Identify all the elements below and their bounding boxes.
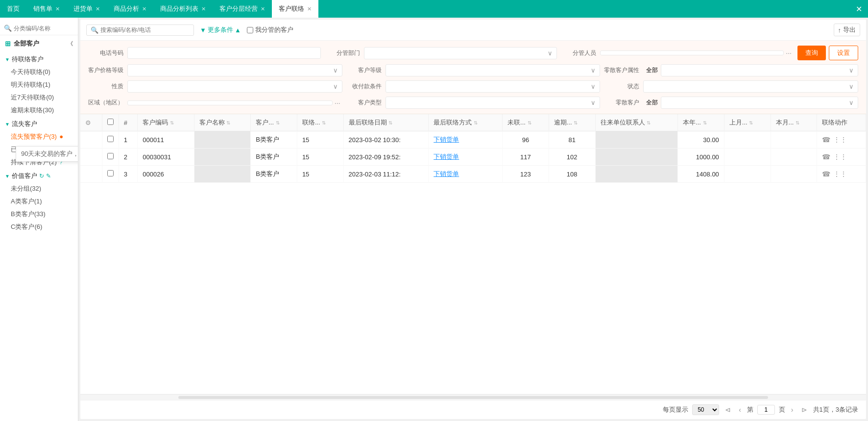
col-this-month[interactable]: 本月... ⇅ [771,114,817,131]
sidebar-group-waiting-contact[interactable]: ▼ 待联络客户 [0,52,78,66]
col-settings[interactable]: ⚙ [80,114,102,131]
export-btn[interactable]: ↑ 导出 [834,24,861,36]
sidebar-all-customers[interactable]: ⊞ 全部客户 《 [0,35,78,52]
col-last-month[interactable]: 上月... ⇅ [724,114,771,131]
select-all-checkbox[interactable] [107,119,114,125]
sidebar-item-pre-lost[interactable]: 流失预警客户(3) ● [0,130,78,143]
col-uncontacted[interactable]: 未联... ⇅ [503,114,549,131]
row-checkbox[interactable] [107,136,114,142]
row-index: 3 [119,166,138,183]
customer-type-select[interactable]: ∨ [386,97,601,109]
sidebar-item-class-c[interactable]: C类客户(6) [0,221,78,233]
contact-icon[interactable]: ☎ [822,153,830,161]
payment-select[interactable]: ∨ [386,80,601,93]
settings-button[interactable]: 设置 [829,46,858,60]
sidebar-item-overdue-contact[interactable]: 逾期未联络(30) [0,104,78,117]
tab-sales[interactable]: 销售单 ✕ [26,0,67,18]
page-size-label: 每页显示 [663,405,688,414]
search-icon: 🔍 [91,26,98,34]
more-action-icon[interactable]: ⋮⋮ [833,170,847,178]
tab-sales-close[interactable]: ✕ [55,6,60,12]
sidebar-group-waiting-label: 待联络客户 [12,55,44,64]
sidebar-item-today[interactable]: 今天待联络(0) [0,66,78,78]
sidebar-group-valued[interactable]: ▼ 价值客户 ↻ ✎ [0,169,78,182]
sidebar-item-week[interactable]: 近7天待联络(0) [0,91,78,104]
more-action-icon[interactable]: ⋮⋮ [833,136,847,144]
row-last-contact-method[interactable]: 下销货单 [429,131,503,149]
sidebar-root-label: 全部客户 [14,39,39,48]
phone-label: 电话号码 [88,49,127,57]
contact-icon[interactable]: ☎ [822,136,830,144]
horizontal-scrollbar[interactable] [80,394,866,400]
region-dots[interactable]: ··· [333,99,342,107]
page-size-select[interactable]: 50 20 100 [692,404,719,415]
row-this-month [771,166,817,183]
zero-retail-attr-select[interactable]: ∨ [661,64,858,76]
zero-retail2-select[interactable]: ∨ [661,97,858,109]
sidebar-group-lost[interactable]: ▼ 流失客户 [0,117,78,130]
row-action: ☎ ⋮⋮ [817,166,866,183]
manager-select[interactable] [600,50,784,55]
sidebar-item-tomorrow[interactable]: 明天待联络(1) [0,78,78,91]
more-conditions-btn[interactable]: ▼ 更多条件 ▲ [200,25,241,34]
tab-purchase[interactable]: 进货单 ✕ [67,0,107,18]
my-customers-checkbox[interactable] [247,27,253,33]
dept-select[interactable]: ∨ [364,47,557,59]
tab-purchase-close[interactable]: ✕ [96,6,100,12]
row-settings-icon [80,149,102,166]
status-select[interactable]: ∨ [643,80,858,93]
tab-product-analysis[interactable]: 商品分析 ✕ [107,0,153,18]
sidebar-item-class-a[interactable]: A类客户(1) [0,195,78,208]
last-page-btn[interactable]: ⊳ [799,405,809,415]
chevron-icon-3: ∨ [591,67,596,74]
row-checkbox[interactable] [107,170,114,176]
tab-product-analysis-list-close[interactable]: ✕ [201,6,206,12]
more-action-icon[interactable]: ⋮⋮ [833,153,847,161]
refresh-icon[interactable]: ↻ [39,173,44,179]
tab-product-analysis-list[interactable]: 商品分析列表 ✕ [153,0,213,18]
col-contacts[interactable]: 联络... ⇅ [297,114,343,131]
row-last-contact-method[interactable]: 下销货单 [429,166,503,183]
tab-customer-contact[interactable]: 客户联络 ✕ [272,0,318,18]
sidebar-search-input[interactable] [14,25,74,32]
manager-dots[interactable]: ··· [784,49,794,57]
sidebar-item-ungrouped[interactable]: 未分组(32) [0,182,78,195]
region-select[interactable] [127,100,333,105]
first-page-btn[interactable]: ⊲ [723,405,733,415]
filter-customer-level: 客户等级 ∨ [346,64,601,76]
row-checkbox[interactable] [107,153,114,159]
col-overdue[interactable]: 逾期... ⇅ [549,114,595,131]
tab-customer-segmentation[interactable]: 客户分层经营 ✕ [213,0,272,18]
tab-home[interactable]: 首页 [0,0,26,18]
edit-icon[interactable]: ✎ [46,173,51,179]
row-last-contact-method[interactable]: 下销货单 [429,149,503,166]
tab-customer-segmentation-close[interactable]: ✕ [261,6,265,12]
col-name[interactable]: 客户名称 ⇅ [194,114,250,131]
gender-select[interactable]: ∨ [127,80,342,93]
row-settings-icon [80,131,102,149]
price-level-select[interactable]: ∨ [127,64,342,76]
window-close-button[interactable]: ✕ [856,4,868,14]
col-last-contact-date[interactable]: 最后联络日期 ⇅ [343,114,429,131]
contact-icon[interactable]: ☎ [822,170,830,178]
row-code: 00030031 [138,149,194,166]
page-number-input[interactable] [757,405,775,415]
row-last-contact-date: 2023-02-09 19:52: [343,149,429,166]
filter-row-4: 区域（地区） ··· 客户类型 ∨ 零散客户 全部 ∨ [88,97,858,109]
col-type[interactable]: 客户... ⇅ [251,114,297,131]
next-page-btn[interactable]: › [789,405,796,415]
tab-product-analysis-close[interactable]: ✕ [142,6,146,12]
phone-input[interactable] [127,47,321,59]
col-last-contact-method[interactable]: 最后联络方式 ⇅ [429,114,503,131]
tab-customer-contact-close[interactable]: ✕ [307,6,312,12]
sidebar-item-class-b[interactable]: B类客户(33) [0,208,78,221]
customer-level-select[interactable]: ∨ [386,64,601,76]
prev-page-btn[interactable]: ‹ [737,405,743,415]
col-this-year[interactable]: 本年... ⇅ [678,114,724,131]
col-code[interactable]: 客户编码 ⇅ [138,114,194,131]
my-customers-checkbox-area[interactable]: 我分管的客户 [247,25,293,34]
query-button[interactable]: 查询 [797,46,826,60]
filter-panel: 电话号码 分管部门 ∨ 分管人员 ··· 查询 [80,41,866,114]
search-input[interactable] [100,26,190,33]
col-unit-contacts[interactable]: 往来单位联系人 ⇅ [595,114,678,131]
